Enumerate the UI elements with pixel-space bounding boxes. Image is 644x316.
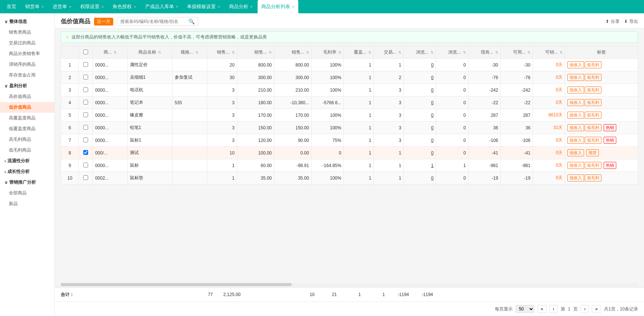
th-cover[interactable]: 覆盖... ⇅ [344, 46, 374, 59]
cell-check[interactable] [79, 109, 93, 122]
row-checkbox[interactable] [83, 75, 88, 79]
cell-browse1[interactable]: 0 [404, 71, 436, 84]
page-size-select[interactable]: 50 20 100 [516, 305, 534, 313]
sidebar-group-growth[interactable]: › 成长性分析 [0, 166, 54, 177]
cell-check[interactable] [79, 172, 93, 184]
cell-name: 橡皮擦 [127, 109, 172, 122]
nav-item-label: 商品分析列表 [261, 3, 290, 10]
nav-home[interactable]: 首页 [3, 0, 20, 13]
nav-permission-settings[interactable]: 权限设置 × [77, 0, 107, 13]
row-checkbox[interactable] [83, 62, 88, 67]
cell-check[interactable] [79, 147, 93, 159]
search-icon[interactable]: 🔍 [188, 18, 195, 24]
th-browse1[interactable]: 浏览... ⇅ [404, 46, 436, 59]
cell-browse1[interactable]: 0 [404, 172, 436, 184]
close-icon[interactable]: × [69, 4, 71, 9]
first-page-button[interactable]: « [537, 305, 547, 313]
sidebar-group-circulation[interactable]: › 流通性分析 [0, 156, 54, 166]
row-checkbox[interactable] [83, 100, 88, 105]
cell-browse1[interactable]: 1 [404, 159, 436, 172]
th-avail[interactable]: 可用... ⇅ [500, 46, 533, 59]
th-sellable[interactable]: 可销... ⇅ [533, 46, 565, 59]
horizontal-scrollbar[interactable] [61, 283, 638, 286]
th-sale-cost[interactable]: 销售... ⇅ [274, 46, 312, 59]
sidebar-group-profit[interactable]: ∨ 盈利分析 [0, 81, 54, 91]
sidebar-item-high-coverage[interactable]: 高覆盖度商品 [0, 113, 54, 123]
sidebar-item-category-sales-rate[interactable]: 商品分类销售率 [0, 48, 54, 59]
cell-check[interactable] [79, 59, 93, 71]
cell-check[interactable] [79, 71, 93, 84]
nav-product-analysis-list[interactable]: 商品分析列表 × [258, 0, 298, 13]
th-sale-amt[interactable]: 销售... ⇅ [237, 46, 274, 59]
sidebar-item-inventory-capital[interactable]: 库存资金占用 [0, 70, 54, 81]
cell-check[interactable] [79, 134, 93, 147]
nav-product-inbound[interactable]: 产成品入库单 × [141, 0, 182, 13]
cell-sale-num: 3 [207, 122, 237, 134]
th-stock[interactable]: 现有... ⇅ [468, 46, 500, 59]
close-icon[interactable]: × [218, 4, 220, 9]
scroll-thumb[interactable] [61, 283, 292, 286]
th-check[interactable] [79, 46, 93, 59]
cell-check[interactable] [79, 122, 93, 134]
sidebar-item-slow-moving[interactable]: 滞销序的商品 [0, 59, 54, 70]
sidebar-item-high-margin[interactable]: 高毛利商品 [0, 134, 54, 145]
sidebar-item-low-coverage[interactable]: 低覆盖度商品 [0, 123, 54, 134]
export-button[interactable]: ⬇ 导出 [624, 18, 638, 25]
cell-browse2: 0 [436, 71, 468, 84]
close-icon[interactable]: × [101, 4, 104, 9]
sidebar-item-new-products[interactable]: 新品 [0, 198, 54, 209]
cell-browse1[interactable]: 0 [404, 96, 436, 109]
nav-template-settings[interactable]: 单据模板设置 × [183, 0, 224, 13]
row-checkbox[interactable] [83, 150, 88, 155]
cell-check[interactable] [79, 84, 93, 96]
sidebar-group-overall[interactable]: ∨ 整体信息 [0, 16, 54, 27]
row-checkbox[interactable] [83, 87, 88, 92]
cell-browse1[interactable]: 0 [404, 122, 436, 134]
sidebar-item-low-value[interactable]: 低价值商品 [0, 102, 54, 113]
row-checkbox[interactable] [83, 163, 88, 167]
prev-page-button[interactable]: ‹ [550, 305, 558, 313]
th-code[interactable]: 商... ⇅ [93, 46, 127, 59]
row-checkbox[interactable] [83, 112, 88, 117]
th-browse2[interactable]: 浏览... ⇅ [436, 46, 468, 59]
close-icon[interactable]: × [250, 4, 252, 9]
cell-browse1[interactable]: 0 [404, 109, 436, 122]
nav-purchase-order[interactable]: 进货单 × [49, 0, 75, 13]
nav-sales-order[interactable]: 销货单 × [21, 0, 47, 13]
sidebar-item-low-margin[interactable]: 低毛利商品 [0, 145, 54, 156]
last-page-button[interactable]: » [592, 305, 601, 313]
cell-browse1[interactable]: 0 [404, 59, 436, 71]
th-sale-num[interactable]: 销售... ⇅ [207, 46, 237, 59]
sidebar-item-sales-products[interactable]: 销售类商品 [0, 27, 54, 38]
filter-recent-month-button[interactable]: 近一月 [94, 18, 113, 26]
nav-role-auth[interactable]: 角色授权 × [109, 0, 140, 13]
cell-sellable: 0天 [533, 159, 565, 172]
cell-sale-num: 3 [207, 84, 237, 96]
nav-product-analysis[interactable]: 商品分析 × [225, 0, 256, 13]
row-checkbox[interactable] [83, 125, 88, 130]
search-input[interactable] [120, 19, 187, 24]
sidebar-item-all-products[interactable]: 全部商品 [0, 188, 54, 198]
cell-browse1[interactable]: 0 [404, 147, 436, 159]
sidebar-item-traded-products[interactable]: 交易过的商品 [0, 38, 54, 48]
th-spec[interactable]: 规格... ⇅ [172, 46, 207, 59]
next-page-button[interactable]: › [581, 305, 589, 313]
sidebar-group-marketing[interactable]: ∨ 营销推广分析 [0, 177, 54, 188]
cell-check[interactable] [79, 96, 93, 109]
cell-check[interactable] [79, 159, 93, 172]
row-checkbox[interactable] [83, 175, 88, 180]
th-margin[interactable]: 毛利率 ⇅ [311, 46, 343, 59]
close-icon[interactable]: × [292, 4, 294, 9]
sidebar-item-high-value[interactable]: 高价值商品 [0, 91, 54, 102]
share-button[interactable]: ⬆ 分享 [606, 18, 620, 25]
close-icon[interactable]: × [41, 4, 44, 9]
th-name[interactable]: 商品名称 ⇅ [127, 46, 172, 59]
select-all-checkbox[interactable] [83, 50, 88, 54]
tag-badge: 低收入 [567, 137, 584, 144]
th-trade[interactable]: 交易... ⇅ [374, 46, 404, 59]
cell-browse1[interactable]: 0 [404, 84, 436, 96]
close-icon[interactable]: × [176, 4, 178, 9]
row-checkbox[interactable] [83, 137, 88, 142]
cell-browse1[interactable]: 0 [404, 134, 436, 147]
close-icon[interactable]: × [134, 4, 136, 9]
